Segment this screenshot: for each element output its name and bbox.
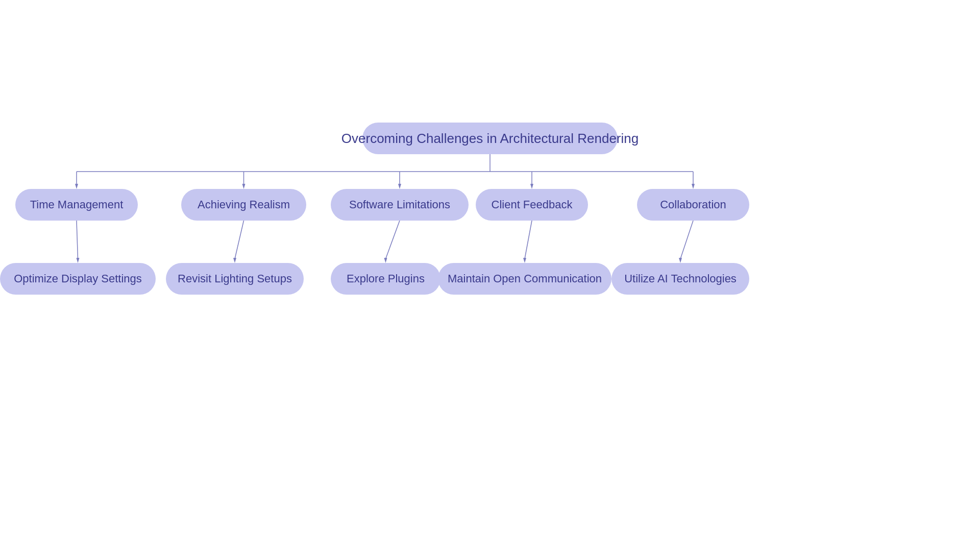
node-label: Achieving Realism [198, 198, 290, 211]
node-revisit-lighting: Revisit Lighting Setups [166, 263, 304, 295]
svg-line-20 [680, 221, 693, 259]
svg-line-18 [525, 221, 532, 259]
node-label: Software Limitations [349, 198, 450, 211]
svg-marker-21 [679, 258, 682, 263]
node-time-management: Time Management [15, 189, 138, 221]
svg-marker-9 [530, 184, 533, 189]
svg-line-12 [77, 221, 78, 259]
node-software-limitations: Software Limitations [331, 189, 469, 221]
svg-marker-7 [398, 184, 401, 189]
root-node: Overcoming Challenges in Architectural R… [362, 123, 618, 154]
node-utilize-ai: Utilize AI Technologies [611, 263, 749, 295]
node-label: Client Feedback [492, 198, 573, 211]
node-label: Time Management [30, 198, 124, 211]
svg-marker-3 [75, 184, 78, 189]
node-label: Maintain Open Communication [448, 272, 602, 285]
node-label: Revisit Lighting Setups [178, 272, 292, 285]
node-client-feedback: Client Feedback [476, 189, 588, 221]
svg-marker-11 [692, 184, 695, 189]
svg-marker-19 [523, 258, 526, 263]
node-label: Optimize Display Settings [14, 272, 142, 285]
svg-line-14 [235, 221, 244, 259]
node-explore-plugins: Explore Plugins [331, 263, 440, 295]
node-optimize-display: Optimize Display Settings [0, 263, 156, 295]
node-achieving-realism: Achieving Realism [181, 189, 306, 221]
svg-marker-15 [233, 258, 236, 263]
svg-line-16 [386, 221, 400, 259]
svg-marker-17 [384, 258, 387, 263]
svg-marker-13 [77, 258, 80, 263]
node-collaboration: Collaboration [637, 189, 749, 221]
svg-marker-5 [242, 184, 246, 189]
node-maintain-open-communication: Maintain Open Communication [438, 263, 611, 295]
node-label: Explore Plugins [347, 272, 425, 285]
node-label: Collaboration [660, 198, 726, 211]
node-label: Utilize AI Technologies [624, 272, 737, 285]
diagram-container: Overcoming Challenges in Architectural R… [0, 0, 980, 553]
root-label: Overcoming Challenges in Architectural R… [341, 131, 639, 147]
